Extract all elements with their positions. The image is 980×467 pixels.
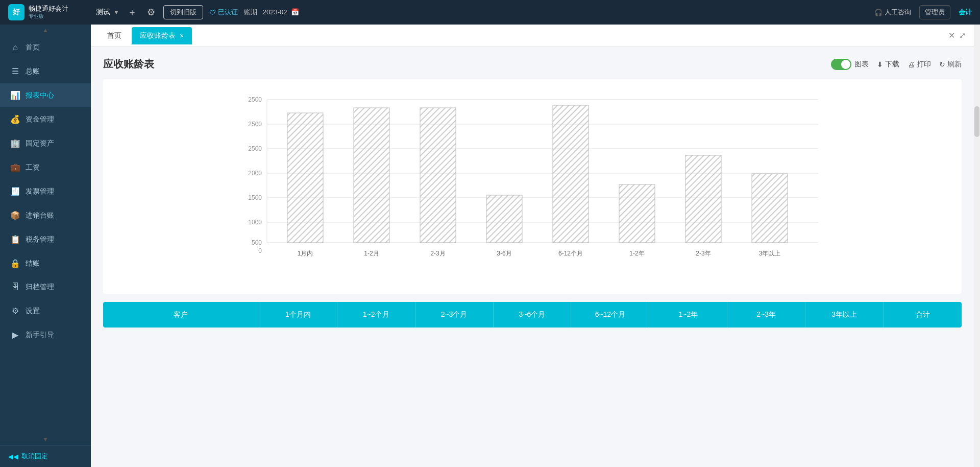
sidebar-item-invoice[interactable]: 🧾 发票管理 [0, 179, 91, 203]
svg-text:1500: 1500 [248, 194, 262, 201]
sidebar-item-close[interactable]: 🔒 结账 [0, 251, 91, 275]
table-header: 客户 1个月内 1~2个月 2~3个月 3~6个月 6~12个月 1~2年 2~… [103, 302, 962, 328]
th-6-12month: 6~12个月 [571, 302, 649, 328]
bar-3-6月 [486, 195, 522, 243]
svg-text:2500: 2500 [248, 121, 262, 128]
ledger-icon: ☰ [10, 66, 20, 76]
tab-bar: 首页 应收账龄表 × ✕ ⤢ [91, 25, 974, 47]
print-button[interactable]: 🖨 打印 [908, 60, 931, 69]
scroll-up-indicator[interactable]: ▲ [0, 25, 91, 36]
print-icon: 🖨 [908, 60, 915, 68]
guide-icon: ▶ [10, 330, 20, 340]
role-button[interactable]: 会计 [959, 8, 972, 17]
sidebar-label-archive: 归档管理 [26, 283, 54, 292]
sidebar-item-funds[interactable]: 💰 资金管理 [0, 107, 91, 131]
sidebar-item-guide[interactable]: ▶ 新手引导 [0, 323, 91, 347]
sidebar-label-ledger: 总账 [26, 67, 40, 76]
cancel-fixed-label: 取消固定 [21, 452, 48, 461]
x-label-1: 1月内 [298, 250, 313, 257]
bar-2-3年 [685, 155, 721, 243]
sidebar-label-assets: 固定资产 [26, 139, 54, 148]
user-button[interactable]: 管理员 [919, 5, 950, 19]
chart-container: 2500 2500 2500 2000 1500 1000 500 0 [103, 79, 962, 294]
cancel-fixed-button[interactable]: ◀◀ 取消固定 [0, 445, 91, 467]
download-button[interactable]: ⬇ 下载 [877, 60, 899, 69]
tab-bar-right: ✕ ⤢ [948, 31, 966, 40]
funds-icon: 💰 [10, 114, 20, 124]
svg-text:2000: 2000 [248, 170, 262, 177]
svg-text:500: 500 [252, 239, 262, 246]
assets-icon: 🏢 [10, 138, 20, 148]
tab-fullscreen-button[interactable]: ⤢ [959, 31, 966, 40]
refresh-icon: ↻ [939, 60, 945, 68]
sidebar-label-invoice: 发票管理 [26, 187, 54, 196]
sidebar-item-tax[interactable]: 📋 税务管理 [0, 227, 91, 251]
header-center: 测试 ▼ ＋ ⚙ 切到旧版 🛡 已认证 账期 2023-02 📅 [96, 4, 868, 20]
x-label-8: 3年以上 [759, 250, 781, 257]
period-value: 2023-02 [263, 8, 287, 16]
sidebar-item-home[interactable]: ⌂ 首页 [0, 36, 91, 59]
pin-icon: ◀◀ [8, 453, 18, 460]
top-header: 好 畅捷通好会计 专业版 测试 ▼ ＋ ⚙ 切到旧版 🛡 已认证 账期 2023… [0, 0, 980, 25]
switch-version-button[interactable]: 切到旧版 [163, 5, 203, 19]
chevron-down-icon: ▼ [113, 9, 119, 16]
bar-1-2年 [619, 184, 655, 243]
headphone-icon: 🎧 [874, 9, 883, 16]
chart-toggle-group: 图表 [831, 59, 869, 70]
sidebar-item-purchase[interactable]: 📦 进销台账 [0, 203, 91, 227]
sidebar-label-settings: 设置 [26, 307, 40, 316]
report-icon: 📊 [10, 90, 20, 100]
add-button[interactable]: ＋ [126, 4, 139, 20]
ai-consult-button[interactable]: 🎧 人工咨询 [874, 8, 911, 17]
bar-1月内 [287, 113, 323, 243]
sidebar-item-report[interactable]: 📊 报表中心 [0, 83, 91, 107]
tab-report[interactable]: 应收账龄表 × [132, 27, 192, 44]
period-label: 账期 [244, 8, 257, 16]
sidebar-item-settings[interactable]: ⚙ 设置 [0, 299, 91, 323]
archive-icon: 🗄 [10, 283, 20, 292]
header-right: 🎧 人工咨询 管理员 会计 [874, 5, 972, 19]
sidebar-label-guide: 新手引导 [26, 331, 54, 340]
ai-consult-label: 人工咨询 [885, 8, 911, 17]
bar-6-12月 [553, 105, 589, 243]
invoice-icon: 🧾 [10, 186, 20, 196]
scrollbar-thumb[interactable] [974, 106, 979, 137]
th-customer: 客户 [103, 302, 259, 328]
sidebar-item-ledger[interactable]: ☰ 总账 [0, 59, 91, 83]
th-1month: 1个月内 [259, 302, 337, 328]
close-accounts-icon: 🔒 [10, 259, 20, 268]
download-icon: ⬇ [877, 60, 883, 68]
sidebar-label-tax: 税务管理 [26, 235, 54, 244]
svg-text:2500: 2500 [248, 145, 262, 152]
sidebar-label-report: 报表中心 [26, 91, 54, 100]
sidebar: ▲ ⌂ 首页 ☰ 总账 📊 报表中心 💰 资金管理 🏢 固定资产 [0, 25, 91, 467]
main-layout: ▲ ⌂ 首页 ☰ 总账 📊 报表中心 💰 资金管理 🏢 固定资产 [0, 25, 980, 467]
sidebar-item-archive[interactable]: 🗄 归档管理 [0, 275, 91, 299]
tab-close-button[interactable]: × [180, 32, 184, 40]
bar-1-2月 [354, 108, 389, 243]
sidebar-item-payroll[interactable]: 💼 工资 [0, 155, 91, 179]
company-selector[interactable]: 测试 ▼ [96, 8, 119, 17]
sidebar-label-home: 首页 [26, 43, 40, 52]
home-icon: ⌂ [10, 43, 20, 52]
logo-sub: 专业版 [29, 13, 68, 20]
tax-icon: 📋 [10, 235, 20, 244]
scrollbar-area [974, 25, 980, 467]
refresh-button[interactable]: ↻ 刷新 [939, 60, 962, 69]
tab-home[interactable]: 首页 [99, 27, 130, 44]
chart-toggle[interactable] [831, 59, 851, 70]
scroll-down-indicator[interactable]: ▼ [0, 434, 91, 445]
th-3-6month: 3~6个月 [494, 302, 572, 328]
tab-close-all-button[interactable]: ✕ [948, 31, 955, 40]
x-label-7: 2-3年 [696, 250, 710, 257]
bar-2-3月 [420, 108, 456, 243]
logo-icon: 好 [8, 4, 24, 20]
th-2-3month: 2~3个月 [415, 302, 494, 328]
print-label: 打印 [917, 60, 931, 69]
table-container: 客户 1个月内 1~2个月 2~3个月 3~6个月 6~12个月 1~2年 2~… [103, 302, 962, 328]
sidebar-item-assets[interactable]: 🏢 固定资产 [0, 131, 91, 155]
sidebar-label-payroll: 工资 [26, 163, 40, 172]
x-label-6: 1-2年 [629, 250, 644, 257]
logo-text: 畅捷通好会计 专业版 [29, 5, 68, 20]
settings-icon-button[interactable]: ⚙ [145, 5, 157, 20]
